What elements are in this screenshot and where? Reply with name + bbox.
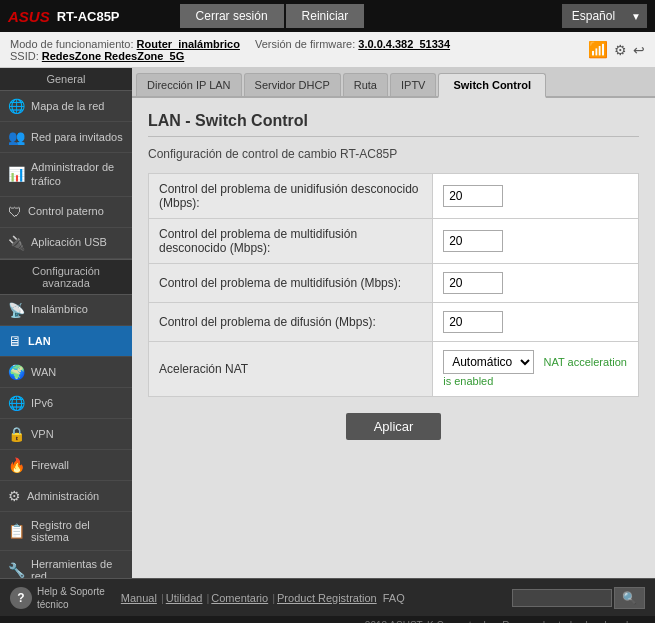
- statusbar-info: Modo de funcionamiento: Router_inalámbri…: [10, 38, 462, 62]
- sidebar-item-label: Aplicación USB: [31, 235, 107, 249]
- sidebar-item-herramientas[interactable]: 🔧 Herramientas de red: [0, 551, 132, 578]
- content-area: Dirección IP LAN Servidor DHCP Ruta IPTV…: [132, 68, 655, 578]
- logo: ASUS RT-AC85P: [8, 8, 120, 25]
- footer-link-utilidad[interactable]: Utilidad: [166, 592, 203, 604]
- help-circle-icon: ?: [10, 587, 32, 609]
- sidebar-item-aplicacion-usb[interactable]: 🔌 Aplicación USB: [0, 228, 132, 259]
- row3-cell: [433, 264, 639, 303]
- restart-button[interactable]: Reiniciar: [286, 4, 365, 28]
- sidebar-item-label: Registro del sistema: [31, 519, 124, 543]
- sidebar-item-lan[interactable]: 🖥 LAN: [0, 326, 132, 357]
- inner-content: LAN - Switch Control Configuración de co…: [132, 98, 655, 578]
- language-label: Español: [562, 4, 625, 28]
- usb-icon: 🔌: [8, 235, 25, 251]
- wan-icon: 🌍: [8, 364, 25, 380]
- language-selector[interactable]: Español ▼: [562, 4, 647, 28]
- header: ASUS RT-AC85P Cerrar sesión Reiniciar Es…: [0, 0, 655, 32]
- row3-input[interactable]: [443, 272, 503, 294]
- tools-icon: 🔧: [8, 562, 25, 578]
- tab-iptv[interactable]: IPTV: [390, 73, 436, 96]
- help-subtitle: técnico: [37, 598, 105, 611]
- footer-search-input[interactable]: [512, 589, 612, 607]
- traffic-icon: 📊: [8, 166, 25, 182]
- row2-input[interactable]: [443, 230, 503, 252]
- sidebar-item-label: Administrador de tráfico: [31, 160, 124, 189]
- copyright-bar: 2018 ASUSTeK Computer Inc. Reservados to…: [0, 616, 655, 623]
- footer-faq[interactable]: FAQ: [383, 592, 405, 604]
- section-subtitle: Configuración de control de cambio RT-AC…: [148, 147, 639, 161]
- wifi-icon[interactable]: 📶: [588, 40, 608, 59]
- close-session-button[interactable]: Cerrar sesión: [180, 4, 284, 28]
- logo-asus: ASUS: [8, 8, 50, 25]
- nat-select[interactable]: Automático Activar Desactivar: [443, 350, 534, 374]
- footer-sep3: |: [272, 592, 275, 604]
- row1-cell: [433, 174, 639, 219]
- sidebar-item-administracion[interactable]: ⚙ Administración: [0, 481, 132, 512]
- sidebar: General 🌐 Mapa de la red 👥 Red para invi…: [0, 68, 132, 578]
- tab-ruta[interactable]: Ruta: [343, 73, 388, 96]
- row3-label: Control del problema de multidifusión (M…: [149, 264, 433, 303]
- nat-label: Aceleración NAT: [149, 342, 433, 397]
- table-row: Control del problema de multidifusión de…: [149, 219, 639, 264]
- sidebar-item-label: Inalámbrico: [31, 302, 88, 316]
- nat-row: Aceleración NAT Automático Activar Desac…: [149, 342, 639, 397]
- log-icon: 📋: [8, 523, 25, 539]
- sidebar-item-registro[interactable]: 📋 Registro del sistema: [0, 512, 132, 551]
- vpn-icon: 🔒: [8, 426, 25, 442]
- tab-servidor-dhcp[interactable]: Servidor DHCP: [244, 73, 341, 96]
- footer-help[interactable]: ? Help & Soporte técnico: [10, 585, 105, 611]
- refresh-icon[interactable]: ↩: [633, 42, 645, 58]
- main-layout: General 🌐 Mapa de la red 👥 Red para invi…: [0, 68, 655, 578]
- footer-link-comentario[interactable]: Comentario: [211, 592, 268, 604]
- row1-label: Control del problema de unidifusión desc…: [149, 174, 433, 219]
- statusbar: Modo de funcionamiento: Router_inalámbri…: [0, 32, 655, 68]
- row4-cell: [433, 303, 639, 342]
- lan-icon: 🖥: [8, 333, 22, 349]
- mode-value: Router_inalámbrico: [137, 38, 240, 50]
- sidebar-item-label: Red para invitados: [31, 130, 123, 144]
- row4-input[interactable]: [443, 311, 503, 333]
- sidebar-item-admin-trafico[interactable]: 📊 Administrador de tráfico: [0, 153, 132, 197]
- firmware-label: Versión de firmware:: [255, 38, 355, 50]
- footer-link-manual[interactable]: Manual: [121, 592, 157, 604]
- form-table: Control del problema de unidifusión desc…: [148, 173, 639, 397]
- settings-icon[interactable]: ⚙: [614, 42, 627, 58]
- row2-label: Control del problema de multidifusión de…: [149, 219, 433, 264]
- firmware-value: 3.0.0.4.382_51334: [358, 38, 450, 50]
- guest-icon: 👥: [8, 129, 25, 145]
- parental-icon: 🛡: [8, 204, 22, 220]
- sidebar-item-label: Firewall: [31, 459, 69, 471]
- help-text: Help & Soporte técnico: [37, 585, 105, 611]
- tab-switch-control[interactable]: Switch Control: [438, 73, 546, 98]
- sidebar-item-inalambrico[interactable]: 📡 Inalámbrico: [0, 295, 132, 326]
- sidebar-item-control-paterno[interactable]: 🛡 Control paterno: [0, 197, 132, 228]
- logo-model: RT-AC85P: [57, 9, 120, 24]
- sidebar-item-label: Administración: [27, 490, 99, 502]
- sidebar-item-red-invitados[interactable]: 👥 Red para invitados: [0, 122, 132, 153]
- wireless-icon: 📡: [8, 302, 25, 318]
- sidebar-item-label: Herramientas de red: [31, 558, 124, 578]
- table-row: Control del problema de multidifusión (M…: [149, 264, 639, 303]
- firewall-icon: 🔥: [8, 457, 25, 473]
- table-row: Control del problema de unidifusión desc…: [149, 174, 639, 219]
- row1-input[interactable]: [443, 185, 503, 207]
- sidebar-section-general: General: [0, 68, 132, 91]
- sidebar-item-wan[interactable]: 🌍 WAN: [0, 357, 132, 388]
- apply-button[interactable]: Aplicar: [346, 413, 442, 440]
- sidebar-item-label: IPv6: [31, 397, 53, 409]
- sidebar-item-label: LAN: [28, 335, 51, 347]
- sidebar-item-firewall[interactable]: 🔥 Firewall: [0, 450, 132, 481]
- footer-link-product-registration[interactable]: Product Registration: [277, 592, 377, 604]
- sidebar-section-advanced: Configuración avanzada: [0, 259, 132, 295]
- ssid-label: SSID:: [10, 50, 39, 62]
- help-title: Help & Soporte: [37, 585, 105, 598]
- footer-search-button[interactable]: 🔍: [614, 587, 645, 609]
- admin-icon: ⚙: [8, 488, 21, 504]
- sidebar-item-ipv6[interactable]: 🌐 IPv6: [0, 388, 132, 419]
- ipv6-icon: 🌐: [8, 395, 25, 411]
- mode-label: Modo de funcionamiento:: [10, 38, 134, 50]
- footer: ? Help & Soporte técnico Manual | Utilid…: [0, 578, 655, 616]
- tab-dir-ip-lan[interactable]: Dirección IP LAN: [136, 73, 242, 96]
- sidebar-item-mapa-red[interactable]: 🌐 Mapa de la red: [0, 91, 132, 122]
- sidebar-item-vpn[interactable]: 🔒 VPN: [0, 419, 132, 450]
